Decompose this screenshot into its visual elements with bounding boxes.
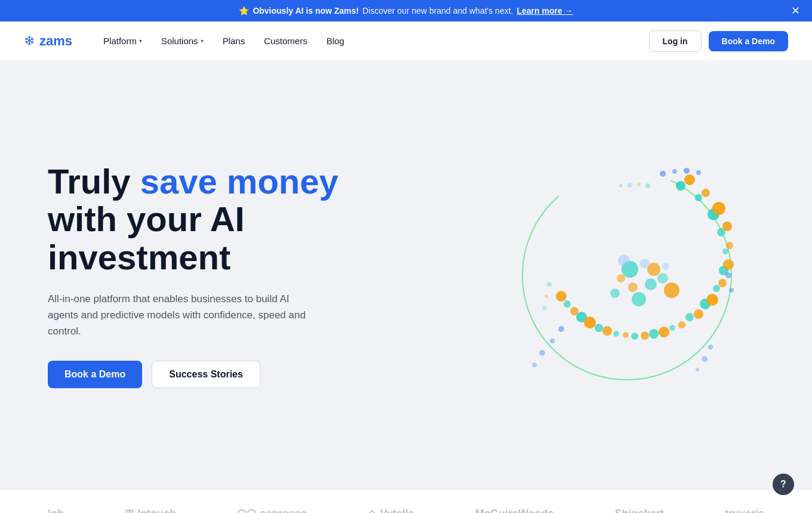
- logo-espresso-icon: ⬡⬡: [237, 507, 256, 513]
- logo-link[interactable]: ❄ zams: [24, 33, 72, 49]
- nav-plans-label: Plans: [223, 36, 245, 46]
- hero-buttons: Book a Demo Success Stories: [48, 361, 394, 388]
- svg-point-31: [584, 317, 596, 328]
- svg-point-42: [539, 350, 545, 356]
- close-banner-button[interactable]: ✕: [791, 5, 800, 16]
- svg-point-29: [623, 332, 629, 338]
- svg-point-50: [632, 292, 646, 306]
- nav-item-blog[interactable]: Blog: [319, 31, 352, 51]
- banner-link[interactable]: Learn more →: [516, 6, 573, 16]
- nav-blog-label: Blog: [327, 36, 345, 46]
- logo-vytelle: ◇ Vytelle: [368, 507, 414, 513]
- svg-point-46: [696, 368, 699, 371]
- svg-point-26: [678, 321, 685, 328]
- logo-intouch-text: Intouch: [137, 508, 176, 514]
- logos-bar: lob ⊞ Intouch ⬡⬡ espresso ◇ Vytelle McGu…: [0, 490, 812, 513]
- svg-point-16: [564, 300, 571, 308]
- svg-point-37: [696, 170, 701, 175]
- logo-mcguirewoods-text: McGuireWoods: [475, 508, 554, 514]
- chevron-down-icon: ▾: [201, 38, 204, 44]
- svg-point-21: [726, 242, 733, 249]
- svg-point-51: [657, 273, 668, 284]
- svg-point-59: [645, 183, 650, 188]
- banner-star: ⭐: [239, 6, 249, 16]
- chevron-down-icon: ▾: [139, 38, 142, 44]
- svg-point-57: [640, 259, 650, 268]
- svg-point-5: [722, 248, 728, 254]
- svg-point-2: [695, 194, 702, 201]
- svg-point-14: [595, 324, 603, 332]
- banner-text: Discover our new brand and what's next.: [362, 6, 513, 16]
- main-nav: ❄ zams Platform ▾ Solutions ▾ Plans Cust…: [0, 21, 812, 60]
- svg-point-44: [708, 345, 713, 349]
- logo-shipskart-text: Shipskart: [615, 508, 664, 514]
- logo-shipskart: Shipskart: [615, 508, 664, 514]
- svg-point-27: [659, 327, 669, 337]
- hero-title-rest: with your AI investment: [48, 199, 245, 277]
- svg-point-11: [649, 329, 659, 339]
- svg-point-33: [556, 291, 567, 302]
- logo-lob-text: lob: [48, 508, 64, 514]
- logo-vytelle-text: Vytelle: [380, 508, 414, 514]
- hero-title-normal: Truly: [48, 162, 140, 201]
- help-button[interactable]: ?: [773, 474, 794, 495]
- hero-stories-button[interactable]: Success Stories: [152, 361, 260, 388]
- nav-item-customers[interactable]: Customers: [257, 31, 315, 51]
- nav-solutions-label: Solutions: [161, 36, 198, 46]
- svg-point-35: [672, 169, 677, 174]
- svg-point-1: [676, 181, 685, 191]
- svg-point-7: [713, 285, 720, 292]
- svg-point-60: [637, 183, 641, 186]
- svg-point-28: [641, 331, 649, 340]
- svg-point-63: [547, 282, 552, 287]
- svg-point-45: [702, 356, 708, 362]
- logo-intouch-icon: ⊞: [125, 507, 134, 513]
- svg-point-24: [706, 294, 718, 306]
- banner-bold: Obviously AI is now Zams!: [253, 6, 359, 16]
- nav-customers-label: Customers: [264, 36, 307, 46]
- svg-point-43: [532, 363, 537, 367]
- svg-point-56: [618, 254, 630, 266]
- nav-demo-button[interactable]: Book a Demo: [709, 31, 788, 51]
- svg-point-12: [631, 333, 638, 340]
- svg-point-41: [550, 339, 555, 343]
- svg-point-48: [645, 278, 657, 290]
- logo-truveris-text: truveris: [725, 508, 764, 514]
- hero-section: Truly save money with your AI investment…: [0, 60, 812, 490]
- svg-point-13: [613, 331, 619, 337]
- svg-point-64: [545, 294, 548, 298]
- hero-demo-button[interactable]: Book a Demo: [48, 361, 142, 388]
- logo-vytelle-icon: ◇: [368, 507, 376, 513]
- svg-point-25: [694, 309, 703, 319]
- svg-point-49: [610, 288, 620, 298]
- login-button[interactable]: Log in: [649, 30, 702, 52]
- nav-item-platform[interactable]: Platform ▾: [96, 31, 149, 51]
- hero-title: Truly save money with your AI investment: [48, 162, 394, 277]
- svg-point-58: [662, 263, 669, 270]
- svg-point-36: [684, 168, 690, 174]
- announcement-banner: ⭐ Obviously AI is now Zams! Discover our…: [0, 0, 812, 21]
- svg-point-20: [722, 222, 732, 231]
- nav-platform-label: Platform: [103, 36, 137, 46]
- logo-mcguirewoods: McGuireWoods: [475, 508, 554, 514]
- svg-point-32: [570, 307, 579, 315]
- nav-item-plans[interactable]: Plans: [216, 31, 253, 51]
- nav-item-solutions[interactable]: Solutions ▾: [154, 31, 211, 51]
- logo-icon: ❄: [24, 33, 35, 49]
- hero-subtitle: All-in-one platform that enables busines…: [48, 291, 322, 340]
- svg-point-55: [617, 274, 625, 282]
- hero-title-highlight: save money: [140, 162, 339, 201]
- nav-links: Platform ▾ Solutions ▾ Plans Customers B…: [96, 31, 648, 51]
- svg-point-39: [729, 288, 734, 293]
- svg-point-30: [602, 326, 612, 336]
- logo-espresso: ⬡⬡ espresso: [237, 507, 307, 513]
- logo-espresso-text: espresso: [260, 508, 307, 514]
- svg-point-23: [718, 279, 727, 287]
- svg-point-40: [558, 326, 564, 332]
- svg-point-61: [628, 183, 632, 188]
- nav-actions: Log in Book a Demo: [649, 30, 788, 52]
- logo-truveris: truveris: [725, 508, 764, 514]
- svg-point-19: [712, 202, 725, 215]
- svg-point-17: [684, 174, 695, 185]
- svg-point-54: [664, 282, 679, 298]
